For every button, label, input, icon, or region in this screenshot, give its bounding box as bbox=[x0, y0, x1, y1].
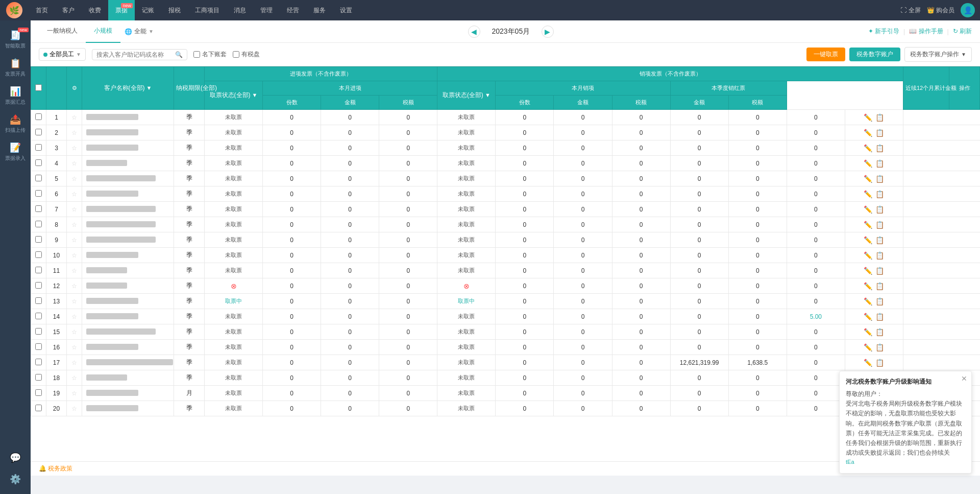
tab-all-filter[interactable]: 🌐 全能 ▼ bbox=[125, 27, 154, 36]
refresh-btn[interactable]: ↻ 刷新 bbox=[953, 27, 972, 36]
copy-icon-6[interactable]: 📋 bbox=[875, 205, 884, 214]
edit-icon-6[interactable]: ✏️ bbox=[864, 205, 872, 214]
employee-filter[interactable]: 全部员工 ▼ bbox=[39, 48, 86, 61]
copy-icon-11[interactable]: 📋 bbox=[875, 282, 884, 290]
app-logo[interactable]: 🌿 bbox=[5, 1, 23, 19]
row-star[interactable]: ☆ bbox=[67, 309, 82, 324]
nav-operation[interactable]: 经营 bbox=[280, 0, 306, 20]
row-name[interactable]: ████████████ bbox=[82, 309, 174, 324]
row-check[interactable] bbox=[31, 202, 46, 217]
sidebar-item-gear[interactable]: ⚙️ bbox=[0, 469, 31, 489]
row-status-out[interactable]: 未取票 bbox=[437, 232, 496, 248]
row-checkbox-3[interactable] bbox=[35, 159, 42, 166]
sidebar-item-invoice-open[interactable]: 📋 发票开具 bbox=[0, 54, 31, 82]
row-star[interactable]: ☆ bbox=[67, 386, 82, 401]
search-icon[interactable]: 🔍 bbox=[175, 51, 183, 58]
edit-icon-10[interactable]: ✏️ bbox=[864, 267, 872, 275]
row-name[interactable]: ████████████ bbox=[82, 140, 174, 156]
row-check[interactable] bbox=[31, 278, 46, 294]
row-status-in[interactable]: 未取票 bbox=[205, 217, 263, 232]
row-star[interactable]: ☆ bbox=[67, 232, 82, 248]
row-star[interactable]: ☆ bbox=[67, 125, 82, 140]
row-status-out[interactable]: 未取票 bbox=[437, 186, 496, 202]
row-name[interactable]: ████████████ bbox=[82, 340, 174, 355]
row-status-in[interactable]: 未取票 bbox=[205, 340, 263, 355]
row-name[interactable]: ████████████████ bbox=[82, 171, 174, 186]
guide-btn[interactable]: ✦ 新手引导 bbox=[868, 27, 899, 36]
row-status-in[interactable]: ⊗ bbox=[205, 278, 263, 294]
row-status-out[interactable]: ⊗ bbox=[437, 278, 496, 294]
edit-icon-5[interactable]: ✏️ bbox=[864, 190, 872, 198]
copy-icon-0[interactable]: 📋 bbox=[875, 113, 884, 122]
one-click-ticket-btn[interactable]: 一键取票 bbox=[806, 48, 845, 61]
row-name[interactable]: ████████ bbox=[82, 370, 174, 386]
nav-manage[interactable]: 管理 bbox=[253, 0, 280, 20]
nav-invoice[interactable]: 票据 new bbox=[108, 0, 135, 20]
nav-accounting[interactable]: 记账 bbox=[135, 0, 161, 20]
row-status-out[interactable]: 未取票 bbox=[437, 355, 496, 370]
row-status-out[interactable]: 未取票 bbox=[437, 217, 496, 232]
edit-icon-0[interactable]: ✏️ bbox=[864, 113, 872, 122]
user-avatar[interactable]: 👤 bbox=[961, 3, 975, 17]
th-status-out[interactable]: 取票状态(全部) ▼ bbox=[437, 81, 496, 110]
row-status-out[interactable]: 未取票 bbox=[437, 309, 496, 324]
row-check[interactable] bbox=[31, 248, 46, 263]
nav-fees[interactable]: 收费 bbox=[82, 0, 108, 20]
row-name[interactable]: ████████████ bbox=[82, 125, 174, 140]
copy-icon-15[interactable]: 📋 bbox=[875, 343, 884, 351]
tax-policy-link[interactable]: 🔔 税务政策 bbox=[39, 464, 72, 473]
row-status-in[interactable]: 未取票 bbox=[205, 110, 263, 125]
manual-btn[interactable]: 📖 操作手册 bbox=[909, 27, 943, 36]
row-status-in[interactable]: 未取票 bbox=[205, 232, 263, 248]
row-status-out[interactable]: 未取票 bbox=[437, 171, 496, 186]
row-name[interactable]: ████████████████████ bbox=[82, 355, 174, 370]
row-check[interactable] bbox=[31, 355, 46, 370]
row-checkbox-14[interactable] bbox=[35, 328, 42, 335]
row-name[interactable]: ████████████████ bbox=[82, 324, 174, 340]
edit-icon-7[interactable]: ✏️ bbox=[864, 221, 872, 229]
row-name[interactable]: ████████████ bbox=[82, 248, 174, 263]
row-status-in[interactable]: 未取票 bbox=[205, 386, 263, 401]
row-status-in[interactable]: 未取票 bbox=[205, 324, 263, 340]
edit-icon-11[interactable]: ✏️ bbox=[864, 282, 872, 290]
row-name[interactable]: ████████████████ bbox=[82, 202, 174, 217]
row-name[interactable]: ████████████ bbox=[82, 110, 174, 125]
tax-digital-op-btn[interactable]: 税务数字账户操作 ▼ bbox=[904, 47, 972, 62]
row-star[interactable]: ☆ bbox=[67, 171, 82, 186]
copy-icon-9[interactable]: 📋 bbox=[875, 251, 884, 260]
row-star[interactable]: ☆ bbox=[67, 340, 82, 355]
row-star[interactable]: ☆ bbox=[67, 140, 82, 156]
copy-icon-2[interactable]: 📋 bbox=[875, 144, 884, 152]
row-star[interactable]: ☆ bbox=[67, 186, 82, 202]
copy-icon-16[interactable]: 📋 bbox=[875, 359, 884, 367]
th-check[interactable] bbox=[31, 67, 46, 110]
row-check[interactable] bbox=[31, 140, 46, 156]
row-checkbox-10[interactable] bbox=[35, 267, 42, 273]
row-check[interactable] bbox=[31, 370, 46, 386]
row-checkbox-11[interactable] bbox=[35, 282, 42, 289]
row-check[interactable] bbox=[31, 340, 46, 355]
month-next-btn[interactable]: ▶ bbox=[542, 26, 554, 38]
edit-icon-14[interactable]: ✏️ bbox=[864, 328, 872, 336]
row-status-out[interactable]: 未取票 bbox=[437, 110, 496, 125]
row-status-in[interactable]: 未取票 bbox=[205, 186, 263, 202]
edit-icon-15[interactable]: ✏️ bbox=[864, 343, 872, 351]
row-status-out[interactable]: 未取票 bbox=[437, 324, 496, 340]
edit-icon-3[interactable]: ✏️ bbox=[864, 159, 872, 168]
row-check[interactable] bbox=[31, 156, 46, 171]
notification-highlight[interactable]: tEa bbox=[846, 458, 965, 467]
nav-message[interactable]: 消息 bbox=[227, 0, 253, 20]
row-check[interactable] bbox=[31, 263, 46, 278]
row-star[interactable]: ☆ bbox=[67, 278, 82, 294]
sidebar-item-invoice-entry[interactable]: 📝 票据录入 bbox=[0, 138, 31, 166]
check-all[interactable] bbox=[35, 84, 42, 91]
sidebar-item-scan-upload[interactable]: 📤 扫描上传 bbox=[0, 110, 31, 138]
row-status-in[interactable]: 未取票 bbox=[205, 248, 263, 263]
copy-icon-14[interactable]: 📋 bbox=[875, 328, 884, 336]
row-name[interactable]: ████e bbox=[82, 263, 174, 278]
row-name[interactable]: ████████████████ bbox=[82, 217, 174, 232]
row-star[interactable]: ☆ bbox=[67, 401, 82, 416]
edit-icon-8[interactable]: ✏️ bbox=[864, 236, 872, 244]
copy-icon-13[interactable]: 📋 bbox=[875, 313, 884, 321]
row-checkbox-15[interactable] bbox=[35, 343, 42, 350]
